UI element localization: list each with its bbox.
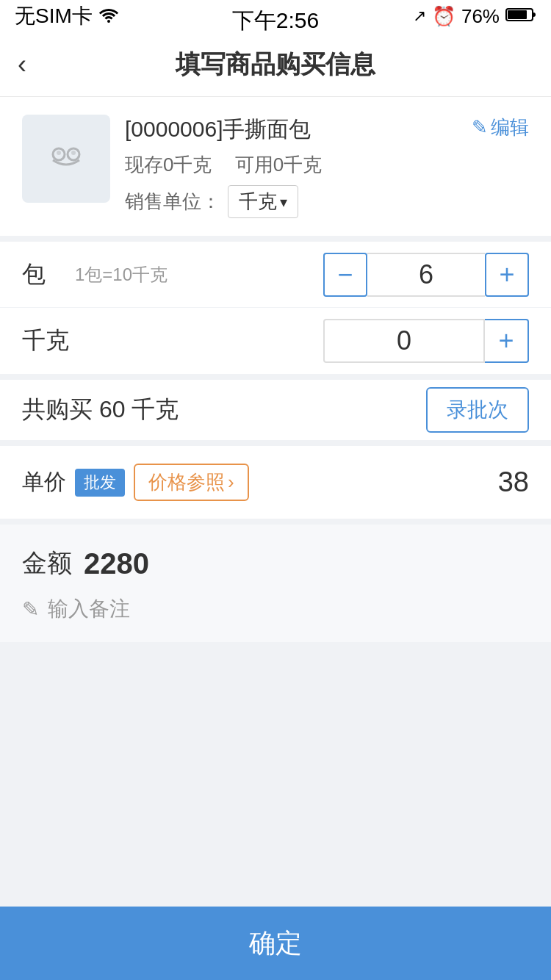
summary-label: 共购买 — [22, 396, 93, 422]
pencil-icon: ✎ — [22, 597, 39, 621]
kg-increment-button[interactable]: + — [485, 319, 529, 363]
kg-quantity-input[interactable] — [323, 319, 485, 363]
price-label: 单价 — [22, 467, 66, 497]
nav-bar: ‹ 填写商品购买信息 — [0, 32, 551, 97]
unit-value: 千克 — [239, 189, 277, 215]
price-section: 单价 批发 价格参照 › 38 — [0, 446, 551, 525]
bag-decrement-button[interactable]: − — [323, 253, 367, 297]
unit-label: 销售单位： — [125, 189, 220, 215]
svg-point-5 — [71, 151, 76, 155]
summary-row: 共购买 60 千克 录批次 — [0, 380, 551, 446]
status-carrier: 无SIM卡 — [15, 2, 119, 30]
bag-increment-button[interactable]: + — [485, 253, 529, 297]
edit-icon: ✎ — [472, 116, 488, 139]
kg-row: 千克 + — [0, 308, 551, 374]
back-button[interactable]: ‹ — [18, 49, 26, 80]
available-text: 可用0千克 — [235, 154, 322, 176]
carrier-text: 无SIM卡 — [15, 2, 93, 30]
status-bar: 无SIM卡 下午2:56 ↗ ⏰ 76% — [0, 0, 551, 32]
price-type-tag: 批发 — [75, 469, 125, 497]
battery-text: 76% — [461, 5, 500, 28]
amount-row: 金额 2280 — [22, 547, 529, 580]
location-icon: ↗ — [413, 7, 426, 26]
price-ref-label: 价格参照 — [148, 469, 225, 495]
price-value: 38 — [498, 466, 529, 498]
svg-point-4 — [57, 151, 61, 155]
bottom-spacer — [0, 642, 551, 899]
amount-section: 金额 2280 ✎ 输入备注 — [0, 525, 551, 642]
status-right: ↗ ⏰ 76% — [413, 5, 536, 28]
summary-unit: 千克 — [132, 396, 179, 422]
bag-quantity-input[interactable] — [367, 253, 485, 297]
page-title: 填写商品购买信息 — [176, 48, 375, 82]
product-card: [0000006]手撕面包 现存0千克 可用0千克 销售单位： 千克 ▾ ✎ 编… — [0, 97, 551, 242]
bag-label: 包 — [22, 259, 66, 291]
kg-quantity-control: + — [323, 319, 529, 363]
product-unit-row: 销售单位： 千克 ▾ — [125, 185, 529, 218]
status-time: 下午2:56 — [232, 6, 319, 36]
wifi-icon — [98, 4, 119, 28]
product-name: [0000006]手撕面包 — [125, 115, 529, 145]
product-info: [0000006]手撕面包 现存0千克 可用0千克 销售单位： 千克 ▾ — [125, 115, 529, 218]
remark-placeholder[interactable]: 输入备注 — [48, 595, 130, 623]
price-ref-button[interactable]: 价格参照 › — [134, 464, 249, 501]
confirm-button[interactable]: 确定 — [0, 907, 551, 980]
battery-icon — [505, 5, 536, 28]
summary-amount: 60 — [99, 396, 126, 422]
remark-row[interactable]: ✎ 输入备注 — [22, 595, 529, 623]
stock-text: 现存0千克 — [125, 154, 212, 176]
form-section: 包 1包=10千克 − + 千克 + — [0, 242, 551, 380]
bag-quantity-control: − + — [323, 253, 529, 297]
product-stock: 现存0千克 可用0千克 — [125, 152, 529, 178]
bag-hint: 1包=10千克 — [75, 263, 323, 287]
svg-rect-1 — [508, 10, 527, 19]
edit-label: 编辑 — [491, 115, 529, 140]
amount-label: 金额 — [22, 547, 72, 580]
price-ref-arrow-icon: › — [228, 471, 234, 494]
product-image — [22, 115, 110, 203]
alarm-icon: ⏰ — [432, 5, 455, 28]
kg-label: 千克 — [22, 325, 69, 357]
unit-select[interactable]: 千克 ▾ — [228, 185, 298, 218]
amount-value: 2280 — [84, 547, 149, 580]
dropdown-arrow-icon: ▾ — [280, 193, 287, 211]
summary-text: 共购买 60 千克 — [22, 394, 179, 426]
batch-button[interactable]: 录批次 — [426, 387, 529, 433]
bag-row: 包 1包=10千克 − + — [0, 242, 551, 308]
edit-button[interactable]: ✎ 编辑 — [472, 115, 529, 140]
